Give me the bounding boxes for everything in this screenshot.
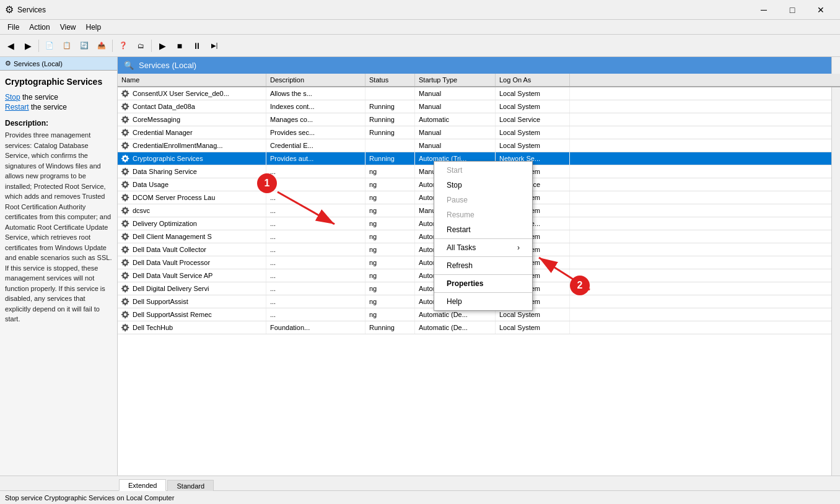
sidebar-service-title: Cryptographic Services <box>5 77 112 87</box>
col-startup[interactable]: Startup Type <box>415 74 496 86</box>
context-menu-item-help[interactable]: Help <box>434 294 532 309</box>
context-menu-item-properties[interactable]: Properties <box>434 276 532 291</box>
window-title: Services <box>17 6 46 14</box>
cell-status: ng <box>365 282 415 295</box>
context-menu-item-resume: Resume <box>434 207 532 222</box>
minimize-button[interactable]: ─ <box>750 0 778 20</box>
cell-name: ConsentUX User Service_de0... <box>118 87 266 100</box>
menu-bar: File Action View Help <box>0 20 840 35</box>
cell-status: Running <box>365 321 415 334</box>
cell-status: ng <box>365 308 415 321</box>
sidebar-description-label: Description: <box>5 119 112 128</box>
col-status[interactable]: Status <box>365 74 415 86</box>
services-header-icon: 🔍 <box>124 61 134 70</box>
cell-status: ng <box>365 256 415 269</box>
cell-name: CredentialEnrollmentManag... <box>118 139 266 152</box>
cell-startup: Manual <box>415 100 496 113</box>
bottom-tabs: Extended Standard <box>0 476 840 490</box>
col-logon[interactable]: Log On As <box>496 74 570 86</box>
title-bar-controls: ─ □ ✕ <box>750 0 835 20</box>
cell-logon: Local System <box>496 100 570 113</box>
cell-logon: Local System <box>496 139 570 152</box>
cell-description: Indexes cont... <box>266 100 365 113</box>
main-content: ⚙ Services (Local) Cryptographic Service… <box>0 57 840 476</box>
cell-status: ng <box>365 178 415 191</box>
toolbar-export[interactable]: 📤 <box>94 38 110 54</box>
context-menu-item-restart[interactable]: Restart <box>434 222 532 237</box>
cell-name: Dell SupportAssist Remec <box>118 308 266 321</box>
context-menu-item-start: Start <box>434 163 532 178</box>
cell-name: dcsvc <box>118 204 266 217</box>
service-row[interactable]: Dell TechHub Foundation... Running Autom… <box>118 321 840 334</box>
cell-startup: Manual <box>415 87 496 100</box>
cell-description: ... <box>266 308 365 321</box>
toolbar-refresh[interactable]: 🔄 <box>76 38 92 54</box>
menu-view[interactable]: View <box>55 22 81 33</box>
scrollbar[interactable] <box>831 57 840 476</box>
title-bar: ⚙ Services ─ □ ✕ <box>0 0 840 20</box>
tab-standard[interactable]: Standard <box>167 480 214 491</box>
cell-name: Data Sharing Service <box>118 165 266 178</box>
cell-description: ... <box>266 165 365 178</box>
cell-status: ng <box>365 230 415 243</box>
status-bar: Stop service Cryptographic Services on L… <box>0 490 840 504</box>
service-row[interactable]: Contact Data_de08a Indexes cont... Runni… <box>118 100 840 113</box>
maximize-button[interactable]: □ <box>778 0 807 20</box>
cell-status: Running <box>365 100 415 113</box>
cell-status: ng <box>365 243 415 256</box>
context-menu-item-stop[interactable]: Stop <box>434 178 532 193</box>
sidebar: ⚙ Services (Local) Cryptographic Service… <box>0 57 118 476</box>
service-row[interactable]: Credential Manager Provides sec... Runni… <box>118 126 840 139</box>
toolbar-sep-2 <box>112 40 113 52</box>
cell-name: DCOM Server Process Lau <box>118 191 266 204</box>
cell-description: Manages co... <box>266 113 365 126</box>
toolbar-pause[interactable]: ⏸ <box>189 38 205 54</box>
toolbar: ◀ ▶ 📄 📋 🔄 📤 ❓ 🗂 ▶ ■ ⏸ ▶| <box>0 35 840 57</box>
column-headers: Name Description Status Startup Type Log… <box>118 74 840 87</box>
sidebar-stop-link[interactable]: Stop <box>5 93 20 102</box>
menu-help[interactable]: Help <box>81 22 107 33</box>
cell-name: Dell Digital Delivery Servi <box>118 282 266 295</box>
context-menu-item-all-tasks[interactable]: All Tasks› <box>434 240 532 255</box>
toolbar-resume[interactable]: ▶| <box>206 38 222 54</box>
col-name[interactable]: Name <box>118 74 266 86</box>
sidebar-restart-link[interactable]: Restart <box>5 103 29 111</box>
tab-extended[interactable]: Extended <box>119 479 166 491</box>
col-description[interactable]: Description <box>266 74 365 86</box>
cell-name: Contact Data_de08a <box>118 100 266 113</box>
toolbar-back[interactable]: ◀ <box>2 38 19 54</box>
cell-name: Credential Manager <box>118 126 266 139</box>
cell-name: Dell Data Vault Processor <box>118 256 266 269</box>
cell-description: ... <box>266 243 365 256</box>
service-row[interactable]: CredentialEnrollmentManag... Credential … <box>118 139 840 152</box>
cell-startup: Manual <box>415 126 496 139</box>
cell-description: ... <box>266 178 365 191</box>
cell-name: CoreMessaging <box>118 113 266 126</box>
menu-action[interactable]: Action <box>24 22 55 33</box>
toolbar-sep-3 <box>151 40 152 52</box>
context-menu-separator <box>434 292 532 293</box>
sidebar-stop-text: the service <box>20 93 58 102</box>
cell-name: Dell Client Management S <box>118 230 266 243</box>
service-row[interactable]: CoreMessaging Manages co... Running Auto… <box>118 113 840 126</box>
sidebar-restart-text: the service <box>29 103 67 111</box>
cell-description: ... <box>266 191 365 204</box>
cell-name: Dell TechHub <box>118 321 266 334</box>
service-row[interactable]: ConsentUX User Service_de0... Allows the… <box>118 87 840 100</box>
toolbar-stop[interactable]: ■ <box>172 38 188 54</box>
toolbar-forward[interactable]: ▶ <box>20 38 36 54</box>
toolbar-help[interactable]: ❓ <box>115 38 131 54</box>
cell-description: Credential E... <box>266 139 365 152</box>
context-menu-separator <box>434 238 532 239</box>
toolbar-sep-1 <box>38 40 39 52</box>
cell-description: Provides sec... <box>266 126 365 139</box>
cell-status: ng <box>365 269 415 282</box>
toolbar-up[interactable]: 📄 <box>42 38 58 54</box>
toolbar-copy[interactable]: 📋 <box>59 38 75 54</box>
toolbar-view[interactable]: 🗂 <box>133 38 149 54</box>
menu-file[interactable]: File <box>2 22 24 33</box>
toolbar-play[interactable]: ▶ <box>154 38 170 54</box>
right-panel: 🔍 Services (Local) Name Description Stat… <box>118 57 840 476</box>
context-menu-item-refresh[interactable]: Refresh <box>434 258 532 273</box>
close-button[interactable]: ✕ <box>807 0 835 20</box>
